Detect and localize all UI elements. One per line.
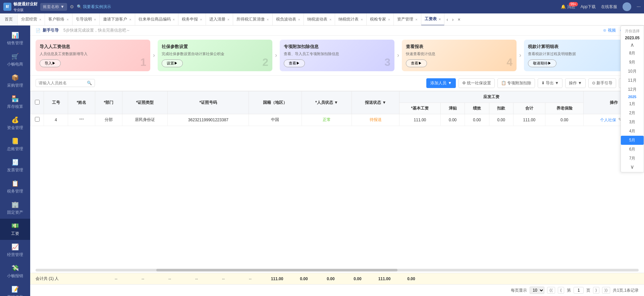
month-item-8[interactable]: 8月 bbox=[621, 49, 644, 58]
tab-工资表[interactable]: 工资表 × bbox=[421, 13, 444, 26]
tab-close-all-btn[interactable]: × bbox=[455, 17, 462, 22]
footer-cell-5: -- bbox=[210, 277, 237, 281]
tab-close-往来单位商品编码[interactable]: × bbox=[173, 17, 175, 22]
search-icon[interactable]: 🔍 bbox=[87, 81, 92, 85]
notification-bell[interactable]: 🔔 消息 99+ bbox=[561, 4, 575, 10]
add-person-button[interactable]: 添加人员 ▼ bbox=[426, 78, 456, 88]
month-item-5[interactable]: 5月 bbox=[621, 136, 644, 145]
tab-往来单位商品编码[interactable]: 往来单位商品编码 × bbox=[135, 13, 178, 26]
operation-button[interactable]: 操作 ▼ bbox=[565, 78, 586, 88]
tab-close-分层经营[interactable]: × bbox=[39, 17, 41, 22]
guide-button[interactable]: ⊙ 新手引导 bbox=[588, 78, 616, 88]
special-deduct-button[interactable]: 📋 专项附加扣除 bbox=[497, 78, 535, 88]
settings-icon[interactable]: ⚙ bbox=[70, 4, 74, 9]
month-down-btn[interactable]: ∨ bbox=[630, 163, 635, 171]
export-button[interactable]: ⬇ 导出 ▼ bbox=[538, 78, 562, 88]
tab-close-纳税统计表[interactable]: × bbox=[361, 17, 363, 22]
tab-资产管理[interactable]: 资产管理 × bbox=[394, 13, 421, 26]
app-download-link[interactable]: App下载 bbox=[581, 4, 596, 10]
step4-btn[interactable]: 查看▶ bbox=[406, 59, 427, 67]
scrollbar-thumb[interactable] bbox=[156, 269, 397, 271]
sidebar-item-总账管理[interactable]: 📒 总账管理 bbox=[0, 134, 30, 155]
status-filter-icon[interactable]: ▼ bbox=[334, 100, 338, 105]
sidebar-item-固定资产[interactable]: 🏢 固定资产 bbox=[0, 198, 30, 219]
sidebar-label-发票管理: 发票管理 bbox=[7, 167, 23, 173]
sidebar-item-经营管理[interactable]: 📈 经营管理 bbox=[0, 240, 30, 261]
tab-进入清册[interactable]: 进入清册 × bbox=[206, 13, 233, 26]
tab-引导说明[interactable]: 引导说明 × bbox=[72, 13, 100, 26]
tab-close-税负波动表[interactable]: × bbox=[298, 17, 300, 22]
page-input[interactable] bbox=[574, 287, 584, 294]
tab-close-所得税汇算清缴[interactable]: × bbox=[267, 17, 269, 22]
sidebar-item-资金管理[interactable]: 💰 资金管理 bbox=[0, 113, 30, 134]
tab-close-纳税波动表[interactable]: × bbox=[329, 17, 331, 22]
report-filter-icon[interactable]: ▼ bbox=[382, 100, 386, 105]
tab-税务申报[interactable]: 税务申报 × bbox=[178, 13, 206, 26]
tab-纳税统计表[interactable]: 纳税统计表 × bbox=[335, 13, 366, 26]
tab-prev-btn[interactable]: ‹ bbox=[444, 17, 450, 22]
month-item-6[interactable]: 6月 bbox=[621, 145, 644, 154]
tab-close-税务申报[interactable]: × bbox=[200, 17, 202, 22]
tab-close-引导说明[interactable]: × bbox=[94, 17, 96, 22]
sidebar-item-库存核算[interactable]: 🏪 库存核算 bbox=[0, 92, 30, 113]
tab-close-工资表[interactable]: × bbox=[439, 17, 441, 21]
step5-btn[interactable]: 敬请期待▶ bbox=[528, 59, 556, 67]
tab-close-资产管理[interactable]: × bbox=[415, 17, 417, 22]
sidebar-item-采购管理[interactable]: 📦 采购管理 bbox=[0, 71, 30, 92]
horizontal-scrollbar[interactable] bbox=[36, 269, 639, 271]
sidebar-item-发票管理[interactable]: 🧾 发票管理 bbox=[0, 155, 30, 176]
month-item-2[interactable]: 2月 bbox=[621, 109, 644, 118]
tab-邀请下游客户[interactable]: 邀请下游客户 × bbox=[100, 13, 135, 26]
tab-客户联络[interactable]: 客户联络 × bbox=[45, 13, 72, 26]
tab-home[interactable]: 首页 bbox=[0, 13, 18, 26]
month-item-7[interactable]: 7月 bbox=[621, 154, 644, 163]
last-page-btn[interactable]: ⟩⟩ bbox=[602, 287, 610, 294]
row-checkbox[interactable] bbox=[35, 117, 40, 122]
tab-分层经营[interactable]: 分层经营 × bbox=[18, 13, 45, 26]
tab-所得税汇算清缴[interactable]: 所得税汇算清缴 × bbox=[233, 13, 272, 26]
sidebar-item-销售管理[interactable]: 📊 销售管理 bbox=[0, 28, 30, 49]
tab-纳税波动表[interactable]: 纳税波动表 × bbox=[304, 13, 335, 26]
page-size-select[interactable]: 10 20 50 bbox=[530, 287, 544, 294]
tab-close-税检专家[interactable]: × bbox=[388, 17, 390, 22]
tab-close-邀请下游客户[interactable]: × bbox=[129, 17, 131, 22]
month-item-10[interactable]: 10月 bbox=[621, 67, 644, 76]
tab-税检专家[interactable]: 税检专家 × bbox=[367, 13, 394, 26]
account-selector[interactable]: 账套名称 ▼ bbox=[40, 3, 67, 11]
month-item-9[interactable]: 9月 bbox=[621, 58, 644, 67]
social-setting-button[interactable]: ⚙ 统一社保设置 bbox=[459, 78, 495, 88]
tab-税负波动表[interactable]: 税负波动表 × bbox=[273, 13, 304, 26]
month-item-3[interactable]: 3月 bbox=[621, 118, 644, 127]
tab-close-进入清册[interactable]: × bbox=[227, 17, 229, 22]
next-page-btn[interactable]: ⟩ bbox=[593, 287, 599, 294]
sidebar-item-小畅报销[interactable]: 💸 小畅报销 bbox=[0, 261, 30, 282]
more-icon[interactable]: ⋯ bbox=[637, 4, 641, 9]
sidebar-item-税务管理[interactable]: 📋 税务管理 bbox=[0, 176, 30, 198]
online-service-link[interactable]: 在线客服 bbox=[601, 4, 617, 10]
month-up-btn[interactable]: ∧ bbox=[630, 41, 635, 49]
step2-btn[interactable]: 设置▶ bbox=[162, 59, 183, 67]
step3-btn[interactable]: 查看▶ bbox=[284, 59, 305, 67]
video-link[interactable]: ⊙ 视频 bbox=[603, 28, 615, 33]
select-all-checkbox[interactable] bbox=[35, 100, 40, 104]
search-input[interactable] bbox=[39, 81, 86, 85]
prev-page-btn[interactable]: ⟨ bbox=[558, 287, 564, 294]
first-page-btn[interactable]: ⟨⟨ bbox=[547, 287, 555, 294]
sidebar-item-基础信息[interactable]: 📝 基础信息 bbox=[0, 282, 30, 296]
month-item-4[interactable]: 4月 bbox=[621, 127, 644, 136]
sidebar-item-工资[interactable]: 💵 工资 bbox=[0, 219, 30, 240]
step2-num: 2 bbox=[262, 56, 268, 69]
sidebar-item-小畅电商[interactable]: 🛒 小畅电商 bbox=[0, 49, 30, 71]
table-footer: 会计共 (1) 人 -- -- -- -- -- -- 111.00 0.00 … bbox=[30, 273, 644, 284]
tab-close-客户联络[interactable]: × bbox=[66, 17, 68, 22]
demo-link[interactable]: 🔍 我要看实例演示 bbox=[77, 4, 111, 10]
month-item-12[interactable]: 12月 bbox=[621, 85, 644, 94]
sidebar-label-工资: 工资 bbox=[11, 231, 19, 237]
month-item-1[interactable]: 1月 bbox=[621, 99, 644, 109]
month-item-11[interactable]: 11月 bbox=[621, 76, 644, 85]
user-avatar[interactable] bbox=[623, 2, 631, 11]
personal-social-link[interactable]: 个人社保 bbox=[600, 118, 616, 122]
row-idno: 36232119990122338​7 bbox=[168, 114, 249, 126]
step1-btn[interactable]: 导入▶ bbox=[40, 59, 61, 67]
tab-next-btn[interactable]: › bbox=[450, 17, 456, 22]
